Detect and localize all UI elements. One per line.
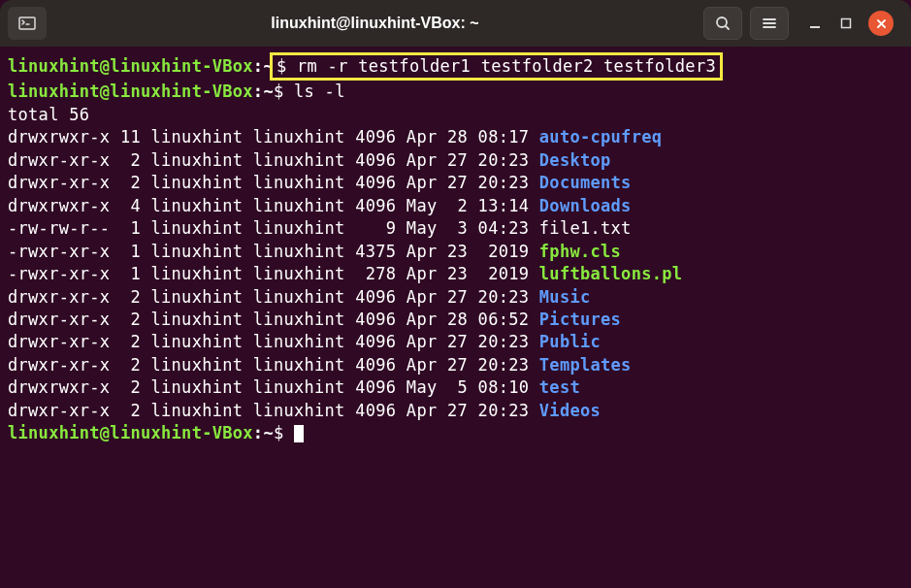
list-item: drwxr-xr-x 2 linuxhint linuxhint 4096 Ap… — [8, 331, 903, 353]
menu-button[interactable] — [750, 7, 789, 40]
file-perms: drwxrwxr-x 11 linuxhint linuxhint 4096 A… — [8, 127, 539, 147]
file-name: auto-cpufreq — [539, 127, 662, 147]
file-name: Pictures — [539, 310, 621, 329]
file-name: Videos — [539, 401, 601, 420]
file-name: test — [539, 377, 580, 397]
search-icon — [715, 16, 731, 31]
list-item: drwxrwxr-x 4 linuxhint linuxhint 4096 Ma… — [8, 195, 903, 217]
list-item: drwxrwxr-x 2 linuxhint linuxhint 4096 Ma… — [8, 376, 903, 399]
list-item: drwxr-xr-x 2 linuxhint linuxhint 4096 Ap… — [8, 172, 903, 194]
list-item: -rw-rw-r-- 1 linuxhint linuxhint 9 May 3… — [8, 217, 903, 240]
list-item: drwxr-xr-x 2 linuxhint linuxhint 4096 Ap… — [8, 400, 903, 422]
minimize-icon — [809, 17, 821, 29]
file-name: Music — [539, 287, 591, 307]
command-text: ls -l — [283, 82, 344, 101]
search-button[interactable] — [703, 7, 742, 40]
new-tab-button[interactable] — [8, 7, 47, 40]
prompt-dollar: $ — [277, 56, 287, 76]
list-item: drwxr-xr-x 2 linuxhint linuxhint 4096 Ap… — [8, 286, 903, 309]
cursor — [294, 425, 304, 442]
svg-rect-0 — [19, 17, 35, 29]
prompt-user: linuxhint@linuxhint-VBox — [8, 56, 253, 76]
prompt-sep: : — [253, 82, 264, 101]
list-item: drwxr-xr-x 2 linuxhint linuxhint 4096 Ap… — [8, 354, 903, 376]
list-item: drwxrwxr-x 11 linuxhint linuxhint 4096 A… — [8, 126, 903, 148]
prompt-user: linuxhint@linuxhint-VBox — [8, 82, 253, 101]
hamburger-icon — [762, 16, 777, 31]
command-line-1: linuxhint@linuxhint-VBox:~$ rm -r testfo… — [8, 52, 903, 81]
file-perms: -rwxr-xr-x 1 linuxhint linuxhint 4375 Ap… — [8, 242, 539, 261]
file-perms: drwxr-xr-x 2 linuxhint linuxhint 4096 Ap… — [8, 332, 539, 351]
prompt-sep: : — [253, 56, 264, 76]
prompt-sep: : — [253, 423, 264, 442]
output-total: total 56 — [8, 104, 903, 126]
file-perms: -rwxr-xr-x 1 linuxhint linuxhint 278 Apr… — [8, 264, 539, 283]
window-controls — [806, 11, 894, 36]
file-perms: drwxr-xr-x 2 linuxhint linuxhint 4096 Ap… — [8, 173, 539, 192]
list-item: -rwxr-xr-x 1 linuxhint linuxhint 278 Apr… — [8, 263, 903, 285]
close-button[interactable] — [868, 11, 894, 36]
list-item: drwxr-xr-x 2 linuxhint linuxhint 4096 Ap… — [8, 149, 903, 172]
svg-rect-2 — [842, 19, 851, 28]
prompt-user: linuxhint@linuxhint-VBox — [8, 423, 253, 442]
file-perms: -rw-rw-r-- 1 linuxhint linuxhint 9 May 3… — [8, 218, 539, 238]
file-perms: drwxr-xr-x 2 linuxhint linuxhint 4096 Ap… — [8, 401, 539, 420]
prompt-path: ~ — [263, 82, 274, 101]
file-name: luftballons.pl — [539, 264, 683, 283]
command-line-2: linuxhint@linuxhint-VBox:~$ ls -l — [8, 81, 903, 103]
file-perms: drwxr-xr-x 2 linuxhint linuxhint 4096 Ap… — [8, 310, 539, 329]
file-perms: drwxrwxr-x 4 linuxhint linuxhint 4096 Ma… — [8, 196, 539, 215]
window-title: linuxhint@linuxhint-VBox: ~ — [54, 15, 696, 32]
list-item: -rwxr-xr-x 1 linuxhint linuxhint 4375 Ap… — [8, 241, 903, 263]
file-name: Documents — [539, 173, 632, 192]
close-icon — [876, 18, 887, 29]
highlighted-command: $ rm -r testfolder1 testfolder2 testfold… — [270, 52, 723, 81]
file-perms: drwxrwxr-x 2 linuxhint linuxhint 4096 Ma… — [8, 377, 539, 397]
list-item: drwxr-xr-x 2 linuxhint linuxhint 4096 Ap… — [8, 309, 903, 331]
maximize-icon — [840, 17, 852, 29]
plus-terminal-icon — [18, 16, 36, 30]
file-listing: drwxrwxr-x 11 linuxhint linuxhint 4096 A… — [8, 126, 903, 422]
file-name: fphw.cls — [539, 242, 621, 261]
file-name: Templates — [539, 355, 632, 375]
titlebar: linuxhint@linuxhint-VBox: ~ — [0, 0, 911, 47]
titlebar-right — [703, 7, 903, 40]
file-name: file1.txt — [539, 218, 632, 238]
prompt-dollar: $ — [274, 82, 284, 101]
file-name: Downloads — [539, 196, 632, 215]
file-perms: drwxr-xr-x 2 linuxhint linuxhint 4096 Ap… — [8, 355, 539, 375]
file-perms: drwxr-xr-x 2 linuxhint linuxhint 4096 Ap… — [8, 287, 539, 307]
command-text: rm -r testfolder1 testfolder2 testfolder… — [286, 56, 715, 76]
file-name: Public — [539, 332, 601, 351]
prompt-dollar: $ — [274, 423, 284, 442]
minimize-button[interactable] — [806, 15, 824, 32]
prompt-path: ~ — [263, 423, 274, 442]
terminal-body[interactable]: linuxhint@linuxhint-VBox:~$ rm -r testfo… — [0, 47, 911, 451]
file-name: Desktop — [539, 150, 611, 170]
command-line-3: linuxhint@linuxhint-VBox:~$ — [8, 422, 903, 444]
file-perms: drwxr-xr-x 2 linuxhint linuxhint 4096 Ap… — [8, 150, 539, 170]
maximize-button[interactable] — [837, 15, 855, 32]
